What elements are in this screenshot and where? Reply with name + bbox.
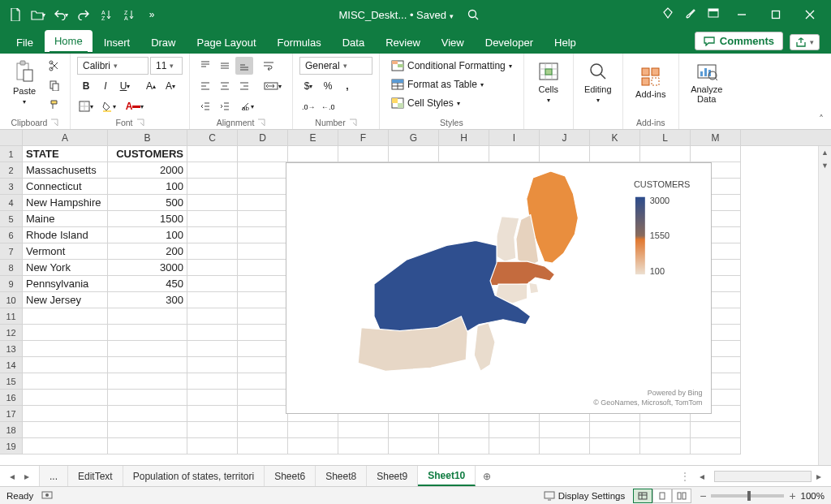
decrease-decimal-icon[interactable]: ←.0 <box>319 97 337 115</box>
cell[interactable] <box>238 146 288 162</box>
page-break-view-button[interactable] <box>672 489 691 503</box>
cell[interactable] <box>187 341 238 357</box>
sheet-tab-more[interactable]: ... <box>40 466 68 486</box>
sheet-tab-sheet10[interactable]: Sheet10 <box>418 466 476 486</box>
cell[interactable] <box>108 438 187 454</box>
cell[interactable] <box>187 179 238 195</box>
zoom-slider[interactable] <box>711 494 784 498</box>
row-header[interactable]: 13 <box>0 341 23 357</box>
cell[interactable] <box>187 325 238 341</box>
hscroll-right[interactable]: ▸ <box>812 469 826 484</box>
cell[interactable] <box>23 438 108 454</box>
map-chart[interactable]: CUSTOMERS 3000 1550 100 Powered by Bing … <box>286 162 712 414</box>
tab-page-layout[interactable]: Page Layout <box>187 32 266 54</box>
align-middle-icon[interactable] <box>216 57 234 75</box>
cell[interactable]: Pennsylvania <box>23 276 108 292</box>
sheet-tab-sheet8[interactable]: Sheet8 <box>316 466 367 486</box>
col-header-g[interactable]: G <box>389 130 439 145</box>
percent-format-icon[interactable]: % <box>319 77 337 95</box>
ribbon-display-icon[interactable] <box>703 2 724 24</box>
wrap-text-button[interactable] <box>260 57 278 75</box>
scroll-up-icon[interactable]: ▲ <box>819 146 831 159</box>
cell[interactable] <box>187 276 238 292</box>
cell[interactable] <box>389 146 439 162</box>
row-header[interactable]: 8 <box>0 260 23 276</box>
cell[interactable] <box>238 325 288 341</box>
cell[interactable]: 450 <box>108 276 187 292</box>
cell[interactable] <box>187 211 238 227</box>
cell[interactable]: 2000 <box>108 162 187 179</box>
row-header[interactable]: 6 <box>0 227 23 243</box>
cell[interactable]: 200 <box>108 243 187 260</box>
cell[interactable] <box>640 438 691 454</box>
collapse-ribbon-icon[interactable]: ˄ <box>815 113 828 126</box>
cell[interactable] <box>187 162 238 179</box>
share-button[interactable]: ▾ <box>790 34 820 50</box>
cell[interactable] <box>238 357 288 373</box>
format-as-table-button[interactable]: Format as Table▾ <box>386 75 517 93</box>
cell[interactable] <box>187 243 238 260</box>
cell[interactable] <box>288 146 338 162</box>
cell[interactable] <box>23 341 108 357</box>
row-header[interactable]: 17 <box>0 406 23 422</box>
col-header-a[interactable]: A <box>23 130 108 145</box>
cell[interactable] <box>187 195 238 211</box>
col-header-b[interactable]: B <box>108 130 187 145</box>
sheet-tab-population[interactable]: Population of states, territori <box>123 466 265 486</box>
col-header-i[interactable]: I <box>489 130 540 145</box>
undo-icon[interactable]: ▾ <box>50 4 71 25</box>
cell[interactable]: 100 <box>108 179 187 195</box>
cell-styles-button[interactable]: Cell Styles▾ <box>386 94 517 112</box>
tab-developer[interactable]: Developer <box>476 32 543 54</box>
hscroll-left[interactable]: ◂ <box>695 469 709 484</box>
increase-decimal-icon[interactable]: .0→ <box>299 97 317 115</box>
borders-button[interactable]: ▾ <box>77 97 95 115</box>
cell[interactable] <box>338 146 389 162</box>
sort-desc-icon[interactable]: ZA <box>118 4 140 25</box>
cell[interactable] <box>439 438 489 454</box>
sheet-tab-edittext[interactable]: EditText <box>68 466 123 486</box>
cell[interactable] <box>288 422 338 438</box>
cell[interactable] <box>108 406 187 422</box>
cell[interactable] <box>238 390 288 406</box>
clipboard-dialog-launcher[interactable] <box>50 118 58 127</box>
cell[interactable]: Vermont <box>23 243 108 260</box>
cell[interactable] <box>238 341 288 357</box>
col-header-f[interactable]: F <box>338 130 389 145</box>
macro-record-icon[interactable] <box>41 490 53 502</box>
cell[interactable] <box>389 438 439 454</box>
row-header[interactable]: 5 <box>0 211 23 227</box>
cell[interactable] <box>23 308 108 325</box>
number-dialog-launcher[interactable] <box>349 118 357 127</box>
tab-home[interactable]: Home <box>45 30 93 54</box>
cell[interactable] <box>439 146 489 162</box>
cell[interactable] <box>187 227 238 243</box>
cell[interactable] <box>238 406 288 422</box>
alignment-dialog-launcher[interactable] <box>257 118 265 127</box>
cell[interactable] <box>238 211 288 227</box>
row-header[interactable]: 12 <box>0 325 23 341</box>
font-name-select[interactable]: Calibri▾ <box>77 57 149 75</box>
tab-review[interactable]: Review <box>376 32 430 54</box>
editing-button[interactable]: Editing▾ <box>580 57 616 109</box>
cell[interactable]: CUSTOMERS <box>108 146 187 162</box>
cell[interactable] <box>691 438 741 454</box>
copy-icon[interactable] <box>45 76 63 94</box>
sheet-nav-next[interactable]: ▸ <box>19 469 34 484</box>
font-dialog-launcher[interactable] <box>136 118 144 127</box>
bold-button[interactable]: B <box>77 77 95 95</box>
cell[interactable] <box>23 325 108 341</box>
tab-view[interactable]: View <box>432 32 474 54</box>
cell[interactable] <box>540 422 590 438</box>
tab-formulas[interactable]: Formulas <box>268 32 331 54</box>
tab-draw[interactable]: Draw <box>141 32 185 54</box>
cell[interactable] <box>540 438 590 454</box>
tab-file[interactable]: File <box>6 32 43 54</box>
sort-asc-icon[interactable]: AZ <box>96 4 117 25</box>
new-file-icon[interactable] <box>5 4 26 25</box>
cell[interactable] <box>238 292 288 308</box>
cell[interactable]: Maine <box>23 211 108 227</box>
cell[interactable] <box>108 325 187 341</box>
cell[interactable] <box>238 260 288 276</box>
row-header[interactable]: 9 <box>0 276 23 292</box>
